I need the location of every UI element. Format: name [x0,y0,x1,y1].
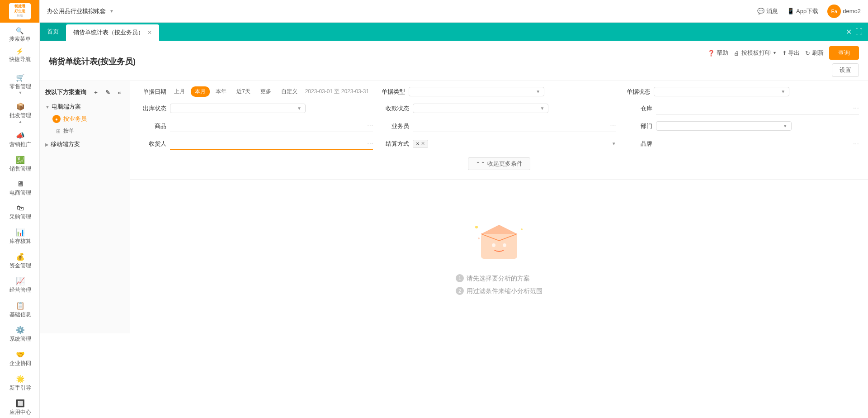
warehouse-input[interactable]: ··· [656,102,859,114]
settings-button[interactable]: 设置 [832,63,859,77]
brand-dots[interactable]: ··· [853,140,859,148]
out-status-label: 出库状态 [139,104,166,113]
print-btn[interactable]: 🖨 按模板打印 ▼ [734,49,777,57]
date-btn-custom[interactable]: 自定义 [277,86,302,97]
scheme-header: 按以下方案查询 + ✎ « [40,86,130,101]
guide-icon: 🌟 [16,375,25,383]
receive-status-arrow: ▼ [540,106,544,111]
receiver-dots[interactable]: ··· [367,139,373,147]
goods-label: 商品 [139,122,166,130]
salesman-dots[interactable]: ··· [610,122,616,130]
sidebar-item-retail[interactable]: 🛒 零售管理 ▼ [0,70,39,99]
avatar: Ea [827,5,841,18]
filter-row-2: 出库状态 ▼ 收款状态 ▼ [139,102,859,114]
date-btn-this-year[interactable]: 本年 [212,86,231,97]
goods-input[interactable]: ··· [170,120,373,132]
sidebar-item-system[interactable]: ⚙️ 系统管理 [0,322,39,347]
page-title: 销货单统计表(按业务员) [49,56,136,67]
export-btn[interactable]: ⬆ 导出 [782,49,800,57]
content-main: 单据日期 上月 本月 本年 近7天 更多 自定义 2023-03-01 至 20… [130,81,868,333]
mobile-group-arrow: ▶ [45,142,49,147]
sub-order-icon: ⊞ [56,128,61,134]
download-icon: 📱 [787,8,794,14]
refresh-btn[interactable]: ↻ 刷新 [805,49,824,57]
svg-point-8 [503,243,506,247]
filter-section: 单据日期 上月 本月 本年 近7天 更多 自定义 2023-03-01 至 20… [130,81,868,179]
message-btn[interactable]: 💬 消息 [757,7,778,15]
receiver-label: 收货人 [139,140,166,148]
sidebar-item-purchase[interactable]: 🛍 采购管理 [0,200,39,224]
help-btn[interactable]: ❓ 帮助 [708,49,728,57]
sidebar-item-inventory[interactable]: 📊 库存核算 [0,224,39,249]
tab-sales-report[interactable]: 销货单统计表（按业务员） ✕ [66,24,159,41]
collapse-btn[interactable]: ⌃⌃ 收起更多条件 [468,157,530,170]
search-menu[interactable]: 🔍 搜索菜单 [9,23,31,45]
settlement-arrow: ▼ [612,141,616,146]
sales-icon: 💹 [16,156,25,164]
sidebar-item-wholesale[interactable]: 📦 批发管理 ▲ [0,99,39,128]
svg-marker-1 [481,225,517,234]
sidebar-item-apps[interactable]: 🔲 应用中心 [0,395,39,418]
svg-point-4 [475,226,478,228]
settlement-tag-close[interactable]: ✕ [421,141,425,147]
query-button[interactable]: 查询 [829,46,859,60]
sidebar-item-marketing[interactable]: 📣 营销推广 [0,128,39,152]
salesman-input[interactable]: ··· [413,120,616,132]
filter-salesman: 业务员 ··· [382,120,616,132]
filter-receive-status: 收款状态 ▼ [382,104,616,113]
type-label: 单据类型 [378,88,405,96]
main-area: 办公用品行业模拟账套 ▼ 💬 消息 📱 App下载 Ea demo2 首页 [40,0,868,418]
warehouse-dots[interactable]: ··· [853,104,859,112]
group-expand-icon: ▼ [45,104,50,109]
breadcrumb-arrow[interactable]: ▼ [109,9,114,14]
goods-dots[interactable]: ··· [367,122,373,130]
sidebar-item-ecommerce[interactable]: 🖥 电商管理 [0,176,39,200]
status-select[interactable]: ▼ [654,87,789,96]
brand-input[interactable]: ··· [656,138,859,150]
group-pc-label: 电脑端方案 [52,103,81,111]
date-btn-this-month[interactable]: 本月 [191,86,210,97]
scheme-collapse-btn[interactable]: « [114,87,124,97]
out-status-arrow: ▼ [297,106,302,111]
date-btn-more[interactable]: 更多 [256,86,275,97]
receiver-input[interactable]: ··· [170,138,373,150]
dept-select[interactable]: ▼ [656,121,792,131]
scheme-edit-btn[interactable]: ✎ [103,87,113,97]
purchase-icon: 🛍 [17,204,24,212]
sidebar-item-finance[interactable]: 💰 资金管理 [0,249,39,273]
user-menu[interactable]: Ea demo2 [827,5,861,18]
filter-settlement: 结算方式 × ✕ ▼ [382,138,616,150]
download-btn[interactable]: 📱 App下载 [787,7,818,15]
sidebar-item-guide[interactable]: 🌟 新手引导 [0,371,39,395]
date-btn-last-month[interactable]: 上月 [170,86,189,97]
receive-status-select[interactable]: ▼ [413,104,548,113]
sidebar-item-basics[interactable]: 📋 基础信息 [0,298,39,322]
scheme-sub-item-by-order[interactable]: ⊞ 按单 [40,125,130,137]
scheme-group-pc-header[interactable]: ▼ 电脑端方案 [40,101,130,113]
settlement-control: × ✕ ▼ [413,138,616,150]
date-btn-7days[interactable]: 近7天 [232,86,255,97]
scheme-item-by-salesman[interactable]: ● 按业务员 [40,113,130,125]
apps-icon: 🔲 [16,399,25,408]
scheme-add-btn[interactable]: + [91,87,101,97]
page-title-bar: 销货单统计表(按业务员) ❓ 帮助 🖨 按模板打印 ▼ [40,41,868,81]
out-status-select[interactable]: ▼ [170,104,306,113]
type-select[interactable]: ▼ [409,87,544,96]
collapse-row: ⌃⌃ 收起更多条件 [139,156,859,174]
sidebar-item-operations[interactable]: 📈 经营管理 [0,273,39,298]
retail-icon: 🛒 [16,73,25,82]
tab-expand-icon[interactable]: ⛶ [855,28,863,36]
tab-close-icon[interactable]: ✕ [147,29,152,36]
empty-text: 1 请先选择要分析的方案 2 用过滤条件来缩小分析范围 [456,272,542,297]
sidebar-item-sales[interactable]: 💹 销售管理 [0,152,39,176]
filter-dept: 部门 ▼ [625,121,859,131]
sidebar-item-enterprise[interactable]: 🤝 企业协同 [0,347,39,371]
scheme-group-mobile-header[interactable]: ▶ 移动端方案 [40,138,130,150]
salesman-scheme-icon: ● [52,115,61,123]
quick-nav[interactable]: ⚡ 快捷导航 [9,45,31,66]
print-icon: 🖨 [734,50,740,57]
filter-receiver: 收货人 ··· [139,138,373,150]
tab-home[interactable]: 首页 [40,23,66,41]
tab-minimize-icon[interactable]: ✕ [846,28,852,36]
svg-point-5 [521,228,523,230]
